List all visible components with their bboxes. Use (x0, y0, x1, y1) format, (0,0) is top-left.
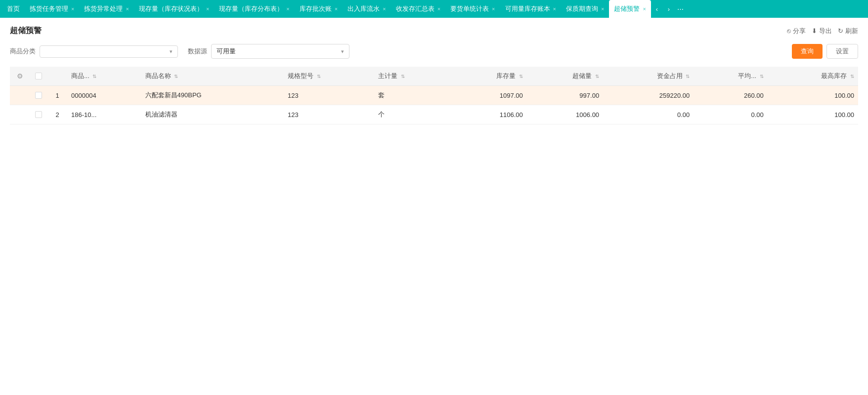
data-table: ⚙ 商品... ⇅ 商品名称 ⇅ 规格型号 ⇅ (10, 67, 858, 124)
nav-item-order-stats[interactable]: 要货单统计表 × (445, 0, 500, 18)
share-button[interactable]: ⎋ 分享 (787, 27, 806, 36)
datasource-select-value: 可用量 (217, 47, 236, 56)
top-navigation: 首页 拣货任务管理 × 拣货异常处理 × 现存量（库存状况表） × 现存量（库存… (0, 0, 868, 18)
nav-item-expiry[interactable]: 保质期查询 × (561, 0, 609, 18)
sort-stock-icon[interactable]: ⇅ (519, 74, 523, 79)
col-settings: ⚙ (10, 67, 30, 86)
nav-item-pick-exception[interactable]: 拣货异常处理 × (79, 0, 133, 18)
datasource-dropdown-icon: ▾ (341, 48, 344, 55)
sort-overstock-icon[interactable]: ⇅ (595, 74, 599, 79)
col-index (47, 67, 67, 86)
nav-more-arrow[interactable]: ⋯ (675, 0, 687, 18)
table-settings-icon[interactable]: ⚙ (17, 72, 23, 80)
row-avg-0: 260.00 (694, 86, 768, 105)
nav-left-arrow[interactable]: ‹ (651, 0, 663, 18)
header-actions: ⎋ 分享 ⬇ 导出 ↻ 刷新 (787, 27, 858, 36)
col-unit: 主计量 ⇅ (374, 67, 450, 86)
close-stock-status-icon[interactable]: × (206, 6, 209, 12)
row-check-cell (30, 105, 47, 124)
nav-item-batch-account[interactable]: 库存批次账 × (295, 0, 343, 18)
page-header: 超储预警 ⎋ 分享 ⬇ 导出 ↻ 刷新 (10, 26, 858, 36)
category-dropdown-icon: ▾ (170, 48, 173, 55)
col-spec: 规格型号 ⇅ (284, 67, 374, 86)
nav-item-receive-send[interactable]: 收发存汇总表 × (391, 0, 445, 18)
export-button[interactable]: ⬇ 导出 (812, 27, 832, 36)
page-title: 超储预警 (10, 26, 42, 36)
nav-right-arrow[interactable]: › (663, 0, 675, 18)
row-settings-cell (10, 105, 30, 124)
col-check (30, 67, 47, 86)
row-overstock-0: 997.00 (527, 86, 603, 105)
table-row: 1 0000004 六配套新昌490BPG 123 套 1097.00 997.… (10, 86, 858, 105)
sort-capital-icon[interactable]: ⇅ (686, 74, 690, 79)
row-max-stock-1: 100.00 (768, 105, 858, 124)
category-label: 商品分类 (10, 47, 36, 56)
sort-name-icon[interactable]: ⇅ (174, 74, 178, 79)
filter-row: 商品分类 ▾ 数据源 可用量 ▾ 查询 设置 (10, 44, 858, 59)
export-icon: ⬇ (812, 27, 817, 35)
row-checkbox-1[interactable] (35, 111, 42, 118)
close-available-stock-icon[interactable]: × (553, 6, 556, 12)
close-inout-flow-icon[interactable]: × (383, 6, 386, 12)
nav-item-stock-dist[interactable]: 现存量（库存分布表） × (214, 0, 294, 18)
row-capital-0: 259220.00 (603, 86, 694, 105)
row-check-cell (30, 86, 47, 105)
nav-item-home[interactable]: 首页 (2, 0, 25, 18)
nav-item-pick-task[interactable]: 拣货任务管理 × (25, 0, 79, 18)
nav-item-available-stock[interactable]: 可用量库存账本 × (500, 0, 561, 18)
row-index-0: 1 (47, 86, 67, 105)
row-stock-1: 1106.00 (450, 105, 526, 124)
row-checkbox-0[interactable] (35, 92, 42, 99)
table-row: 2 186-10... 机油滤清器 123 个 1106.00 1006.00 … (10, 105, 858, 124)
row-name-0: 六配套新昌490BPG (141, 86, 284, 105)
close-pick-exception-icon[interactable]: × (126, 6, 129, 12)
table-header-row: ⚙ 商品... ⇅ 商品名称 ⇅ 规格型号 ⇅ (10, 67, 858, 86)
col-avg: 平均... ⇅ (694, 67, 768, 86)
settings-button[interactable]: 设置 (826, 44, 858, 59)
datasource-label: 数据源 (188, 47, 207, 56)
col-max-stock: 最高库存 ⇅ (768, 67, 858, 86)
row-unit-1: 个 (374, 105, 450, 124)
nav-item-overstock[interactable]: 超储预警 × (609, 0, 651, 18)
close-order-stats-icon[interactable]: × (492, 6, 495, 12)
refresh-button[interactable]: ↻ 刷新 (838, 27, 858, 36)
col-capital: 资金占用 ⇅ (603, 67, 694, 86)
sort-spec-icon[interactable]: ⇅ (317, 74, 321, 79)
refresh-icon: ↻ (838, 27, 843, 35)
row-name-1: 机油滤清器 (141, 105, 284, 124)
row-avg-1: 0.00 (694, 105, 768, 124)
nav-item-inout-flow[interactable]: 出入库流水 × (343, 0, 391, 18)
row-unit-0: 套 (374, 86, 450, 105)
close-overstock-icon[interactable]: × (643, 6, 646, 12)
close-batch-account-icon[interactable]: × (335, 6, 338, 12)
sort-max-stock-icon[interactable]: ⇅ (850, 74, 854, 79)
close-receive-send-icon[interactable]: × (437, 6, 440, 12)
share-icon: ⎋ (787, 27, 791, 35)
row-settings-cell (10, 86, 30, 105)
header-checkbox[interactable] (35, 73, 42, 79)
page-content: 超储预警 ⎋ 分享 ⬇ 导出 ↻ 刷新 商品分类 ▾ 数据源 (0, 18, 868, 395)
row-overstock-1: 1006.00 (527, 105, 603, 124)
nav-item-stock-status[interactable]: 现存量（库存状况表） × (134, 0, 214, 18)
category-select[interactable]: ▾ (40, 45, 178, 58)
col-name: 商品名称 ⇅ (141, 67, 284, 86)
datasource-filter: 数据源 可用量 ▾ (188, 44, 349, 59)
sort-code-icon[interactable]: ⇅ (92, 74, 96, 79)
col-code: 商品... ⇅ (67, 67, 141, 86)
close-pick-task-icon[interactable]: × (71, 6, 74, 12)
row-code-1: 186-10... (67, 105, 141, 124)
sort-unit-icon[interactable]: ⇅ (401, 74, 405, 79)
close-expiry-icon[interactable]: × (601, 6, 604, 12)
row-max-stock-0: 100.00 (768, 86, 858, 105)
close-stock-dist-icon[interactable]: × (286, 6, 289, 12)
col-stock: 库存量 ⇅ (450, 67, 526, 86)
row-stock-0: 1097.00 (450, 86, 526, 105)
query-button[interactable]: 查询 (792, 44, 823, 59)
row-spec-0: 123 (284, 86, 374, 105)
row-capital-1: 0.00 (603, 105, 694, 124)
col-overstock: 超储量 ⇅ (527, 67, 603, 86)
row-index-1: 2 (47, 105, 67, 124)
datasource-select[interactable]: 可用量 ▾ (211, 44, 349, 59)
sort-avg-icon[interactable]: ⇅ (760, 74, 764, 79)
row-code-0: 0000004 (67, 86, 141, 105)
